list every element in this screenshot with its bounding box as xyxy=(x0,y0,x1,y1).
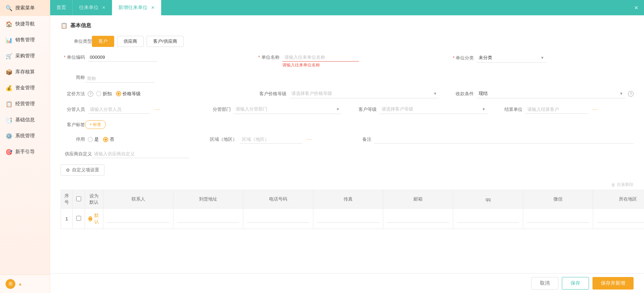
sidebar-item-quicknav[interactable]: 🏠 快捷导航 xyxy=(0,16,50,32)
pricing-discount[interactable]: 折扣 xyxy=(96,91,112,97)
supplier-custom-input[interactable] xyxy=(92,150,189,158)
sidebar-item-inventory[interactable]: 📦 库存核算 xyxy=(0,64,50,80)
disabled-yes-label: 是 xyxy=(94,136,99,143)
disabled-yes[interactable]: 是 xyxy=(88,136,99,143)
table-header-checkbox xyxy=(73,190,85,209)
pricing-field: 定价方法 ? 折扣 价格等级 xyxy=(61,91,245,97)
table-header-email: 邮箱 xyxy=(383,190,453,209)
disabled-no[interactable]: 否 xyxy=(103,136,114,143)
section-icon: 📋 xyxy=(61,22,68,29)
row-checkbox[interactable] xyxy=(76,216,81,221)
row-email xyxy=(383,209,453,229)
sidebar-item-system[interactable]: ⚙️ 系统管理 xyxy=(0,128,50,144)
unit-name-error: 请输入往来单位名称 xyxy=(282,62,439,68)
window-close-button[interactable]: ✕ xyxy=(628,5,644,11)
tab-home[interactable]: 首页 xyxy=(50,0,73,15)
disabled-no-radio xyxy=(103,137,108,142)
customer-level-select[interactable]: 请选择客户等级 ▼ xyxy=(379,105,488,114)
customer-price-level-select[interactable]: 请选择客户价格等级 ▼ xyxy=(289,89,439,98)
sidebar-item-newbie[interactable]: 🎯 新手引导 xyxy=(0,144,50,160)
unit-type-row: 单位类型 客户 供应商 客户/供应商 xyxy=(61,36,634,47)
unit-type-customer[interactable]: 客户 xyxy=(92,36,114,47)
pricing-level[interactable]: 价格等级 xyxy=(116,91,141,97)
row-address-input[interactable] xyxy=(177,214,239,223)
region-label: 区域（地区） xyxy=(209,136,237,143)
row-region-input[interactable] xyxy=(597,214,644,223)
pricing-help-icon[interactable]: ? xyxy=(88,91,93,97)
row-fax-input[interactable] xyxy=(317,214,379,223)
sidebar-item-basic[interactable]: 📑 基础信息 xyxy=(0,112,50,128)
table-header-region: 所在地区 xyxy=(593,190,644,209)
customer-price-level-placeholder: 请选择客户价格等级 xyxy=(291,90,432,97)
tab-new-counterparty-label: 新增往来单位 xyxy=(118,5,148,11)
sidebar-item-search[interactable]: 🔍 搜索菜单 xyxy=(0,0,50,16)
manager-input[interactable] xyxy=(88,105,150,114)
customer-price-level-label: 客户价格等级 xyxy=(255,91,286,97)
row-phone-input[interactable] xyxy=(247,214,309,223)
unit-type-both[interactable]: 客户/供应商 xyxy=(147,36,184,47)
guide-icon: 🎯 xyxy=(6,148,13,155)
tab-new-counterparty-close[interactable]: ✕ xyxy=(151,5,155,10)
unit-name-field: 单位名称 请输入往来单位名称 xyxy=(255,53,439,68)
tag-add-button[interactable]: + 标签 xyxy=(85,120,106,129)
sidebar-label-newbie: 新手引导 xyxy=(15,149,35,155)
section-title: 基本信息 xyxy=(70,22,91,29)
content-area: 📋 基本信息 单位类型 客户 供应商 客户/供应商 单位编码 单位名称 xyxy=(50,15,644,293)
settlement-unit-more-button[interactable]: ··· xyxy=(591,106,599,113)
money-icon: 💰 xyxy=(6,84,13,91)
user-avatar: 用 xyxy=(6,279,15,289)
pricing-row: 定价方法 ? 折扣 价格等级 客 xyxy=(61,89,634,98)
sidebar-item-purchase[interactable]: 🛒 采购管理 xyxy=(0,48,50,64)
row-default-radio-group: 默认 xyxy=(88,212,100,225)
settlement-unit-input[interactable] xyxy=(525,105,588,114)
sidebar-label-purchase: 采购管理 xyxy=(15,53,35,59)
chart-icon: 📊 xyxy=(6,36,13,43)
row-default-cell: 默认 xyxy=(85,209,103,229)
row-qq-input[interactable] xyxy=(457,214,519,223)
unit-code-input[interactable] xyxy=(88,53,157,62)
cancel-button[interactable]: 取消 xyxy=(531,277,558,290)
custom-settings-button[interactable]: ⚙ 自定义项设置 xyxy=(61,164,104,176)
tab-counterparty[interactable]: 往来单位 ✕ xyxy=(73,0,112,15)
region-more-button[interactable]: ··· xyxy=(305,136,314,143)
unit-code-label: 单位编码 xyxy=(61,54,85,60)
customer-tag-row: 客户标签 + 标签 xyxy=(61,120,634,129)
save-new-button[interactable]: 保存并新增 xyxy=(592,277,634,290)
gear-icon: ⚙️ xyxy=(6,132,13,139)
tab-new-counterparty[interactable]: 新增往来单位 ✕ xyxy=(112,0,161,15)
department-select[interactable]: 请输入分管部门 ▼ xyxy=(234,105,342,114)
short-name-label: 简称 xyxy=(61,74,85,81)
tag-add-label: + 标签 xyxy=(89,122,101,128)
sidebar-item-finance[interactable]: 💰 资金管理 xyxy=(0,80,50,96)
supplier-custom-row: 供应商自定义 xyxy=(61,150,634,158)
sidebar-item-operations[interactable]: 📋 经营管理 xyxy=(0,96,50,112)
payment-terms-select[interactable]: 现结 ▼ xyxy=(477,89,625,98)
pricing-method-label: 定价方法 xyxy=(61,91,85,97)
sidebar: 🔍 搜索菜单 🏠 快捷导航 📊 销售管理 🛒 采购管理 📦 库存核算 💰 资金管… xyxy=(0,0,50,293)
table-select-all[interactable] xyxy=(76,196,81,201)
payment-terms-arrow: ▼ xyxy=(619,91,623,96)
payment-help-icon[interactable]: ? xyxy=(628,91,634,97)
disabled-radio-group: 是 否 xyxy=(88,136,114,143)
sidebar-label-basic: 基础信息 xyxy=(15,117,35,123)
tab-counterparty-close[interactable]: ✕ xyxy=(102,5,105,10)
row-contact-input[interactable] xyxy=(107,214,170,223)
row-wechat-input[interactable] xyxy=(527,214,589,223)
unit-category-select[interactable]: 未分类 ▼ xyxy=(477,53,546,63)
row-default-radio[interactable] xyxy=(88,216,92,221)
customer-level-placeholder: 请选择客户等级 xyxy=(382,106,480,112)
manager-row: 分管人员 ··· 分管部门 请输入分管部门 ▼ 客户等级 xyxy=(61,105,634,114)
unit-type-supplier[interactable]: 供应商 xyxy=(117,36,144,47)
region-input[interactable] xyxy=(240,135,303,144)
unit-name-input[interactable] xyxy=(282,53,359,62)
customer-level-arrow: ▼ xyxy=(482,107,486,111)
short-name-input[interactable] xyxy=(85,74,155,83)
manager-more-button[interactable]: ··· xyxy=(153,106,162,113)
remark-input[interactable] xyxy=(374,135,634,144)
row-email-input[interactable] xyxy=(387,214,449,223)
row-seq: 1 xyxy=(61,209,73,229)
save-button[interactable]: 保存 xyxy=(562,277,589,290)
supplier-custom-label: 供应商自定义 xyxy=(61,151,92,157)
batch-delete-button[interactable]: 🗑 批量删除 xyxy=(611,182,634,188)
sidebar-item-sales[interactable]: 📊 销售管理 xyxy=(0,32,50,48)
